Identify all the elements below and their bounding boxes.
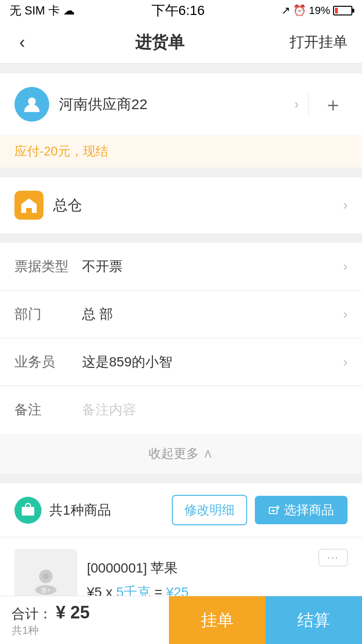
supplier-section: 河南供应商22 › ＋ [0,73,362,135]
product-placeholder-icon: 督+ [27,561,65,600]
status-bar: 无 SIM 卡 ☁ 下午6:16 ↗ ⏰ 19% [0,0,362,21]
svg-rect-1 [22,507,34,516]
page-title: 进货单 [135,31,184,54]
nav-bar: ‹ 进货单 打开挂单 [0,21,362,64]
battery-fill [335,8,338,14]
department-chevron-icon: › [338,307,348,322]
separator [0,64,362,73]
edit-detail-button[interactable]: 修改明细 [172,495,247,525]
select-product-label: 选择商品 [284,502,334,518]
collapse-label: 收起更多 ∧ [149,445,213,462]
bottom-bar: 合计： ¥ 25 共1种 挂单 结算 [0,596,362,644]
separator4 [0,474,362,483]
status-left: 无 SIM 卡 ☁ [10,3,75,18]
svg-point-4 [43,574,49,579]
location-icon: ↗ [281,4,290,17]
cart-icon [21,503,35,518]
open-hang-button[interactable]: 打开挂单 [290,32,348,52]
remark-value: 备注内容 [82,401,348,419]
svg-point-0 [28,98,36,105]
product-count-icon [14,497,42,524]
status-time: 下午6:16 [152,1,205,20]
total-count: 共1种 [12,623,157,638]
warehouse-icon [14,191,43,220]
warehouse-name: 总仓 [53,196,338,215]
salesperson-chevron-icon: › [338,354,348,370]
product-count-text: 共1种商品 [49,501,164,519]
supplier-chevron-icon: › [290,97,299,112]
separator2 [0,168,362,177]
select-product-icon [268,504,280,516]
svg-text:督+: 督+ [41,587,50,594]
supplier-avatar [14,87,49,122]
invoice-type-row[interactable]: 票据类型 不开票 › [0,243,362,290]
add-supplier-button[interactable]: ＋ [319,91,348,118]
total-area: 合计： ¥ 25 共1种 [0,596,169,644]
home-icon [20,196,38,214]
sim-status: 无 SIM 卡 ☁ [10,3,75,18]
department-value: 总 部 [82,305,338,323]
invoice-value: 不开票 [82,257,338,276]
total-label: 合计： [12,606,52,621]
products-header: 共1种商品 修改明细 选择商品 [0,483,362,537]
product-info: [0000001] 苹果 ¥5 x 5千克 = ¥25 [87,559,309,602]
status-right: ↗ ⏰ 19% [281,4,352,17]
collapse-more-button[interactable]: 收起更多 ∧ [0,434,362,474]
remark-row[interactable]: 备注 备注内容 [0,386,362,434]
battery-icon [333,6,352,15]
invoice-chevron-icon: › [338,259,348,274]
back-button[interactable]: ‹ [14,28,30,57]
warehouse-chevron-icon: › [338,197,348,213]
checkout-button[interactable]: 结算 [265,596,362,644]
department-label: 部门 [14,305,72,323]
total-value: ¥ 25 [56,602,90,622]
separator3 [0,233,362,243]
warehouse-section[interactable]: 总仓 › [0,177,362,233]
person-icon [22,95,42,114]
hang-button[interactable]: 挂单 [169,596,265,644]
alarm-icon: ⏰ [293,4,306,17]
supplier-name: 河南供应商22 [59,95,147,114]
product-more-button[interactable]: ··· [319,549,348,566]
supplier-left[interactable]: 河南供应商22 › [14,87,299,122]
department-row[interactable]: 部门 总 部 › [0,291,362,338]
salesperson-label: 业务员 [14,353,72,371]
total-line: 合计： ¥ 25 [12,602,157,623]
notice-bar: 应付-20元，现结 [0,135,362,168]
divider [308,92,309,116]
remark-label: 备注 [14,401,72,419]
salesperson-row[interactable]: 业务员 这是859的小智 › [0,338,362,386]
invoice-label: 票据类型 [14,257,72,276]
salesperson-value: 这是859的小智 [82,353,338,371]
product-name: [0000001] 苹果 [87,559,309,577]
select-product-button[interactable]: 选择商品 [255,496,348,524]
battery-percent: 19% [309,4,330,17]
